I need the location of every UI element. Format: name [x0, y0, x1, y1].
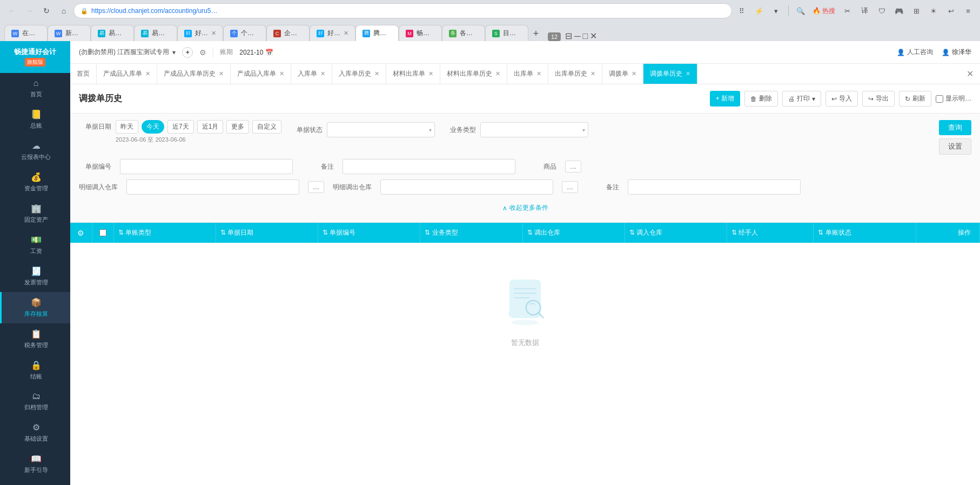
export-button[interactable]: ↪ 导出: [862, 91, 895, 107]
date-btn-1month[interactable]: 近1月: [197, 120, 224, 134]
page-tab-close-cailiao-chuku[interactable]: ✕: [428, 70, 433, 77]
biz-type-select[interactable]: 类型1: [480, 122, 588, 137]
sidebar-item-archives[interactable]: 🗂 归档管理: [0, 386, 70, 417]
page-tab-close-chanpin-history[interactable]: ✕: [219, 70, 224, 77]
page-tab-close-diaobo-history[interactable]: ✕: [686, 70, 690, 77]
forward-button[interactable]: →: [22, 3, 37, 18]
print-button[interactable]: 🖨 打印 ▾: [782, 91, 821, 107]
company-settings-button[interactable]: ⚙: [199, 48, 206, 57]
grid-button[interactable]: ⊞: [909, 3, 924, 18]
user-profile-button[interactable]: 👤 徐泽华: [942, 48, 971, 57]
browser-tab-6[interactable]: 个 个…: [223, 25, 266, 41]
page-tab-close-ruku-history[interactable]: ✕: [374, 70, 379, 77]
page-tab-close-diaobo[interactable]: ✕: [632, 70, 636, 77]
shield-button[interactable]: 🛡: [874, 3, 889, 18]
date-btn-more[interactable]: 更多: [226, 120, 249, 134]
company-selector[interactable]: (勿删勿禁用) 江西服宝测试专用 ▾: [79, 48, 176, 57]
browser-tab-11[interactable]: 各 各…: [442, 25, 485, 41]
page-tab-chanpin-history[interactable]: 产成品入库单历史 ✕: [157, 64, 231, 84]
add-company-button[interactable]: +: [182, 47, 193, 58]
refresh-button[interactable]: ↻: [39, 3, 54, 18]
browser-tab-8[interactable]: 好 好… ✕: [310, 25, 355, 41]
sidebar-item-tax[interactable]: 📋 税务管理: [0, 323, 70, 355]
page-tab-cailiao-chuku[interactable]: 材料出库单 ✕: [386, 64, 440, 84]
show-all-checkbox[interactable]: [936, 95, 943, 103]
th-in-warehouse[interactable]: ⇅ 调入仓库: [625, 223, 727, 243]
customer-service-button[interactable]: 👤 人工咨询: [897, 48, 933, 57]
filter-settings-button[interactable]: 设置: [939, 138, 971, 155]
period-value[interactable]: 2021-10 📅: [239, 49, 273, 56]
page-tab-chanpin-ruku[interactable]: 产成品入库单 ✕: [97, 64, 157, 84]
status-select[interactable]: 草稿 已审核 待审核: [327, 122, 435, 137]
sidebar-item-invoices[interactable]: 🧾 发票管理: [0, 261, 70, 292]
remark-input[interactable]: [343, 159, 515, 174]
undo-button[interactable]: ↩: [943, 3, 958, 18]
sidebar-item-funds[interactable]: 💰 资金管理: [0, 167, 70, 198]
tab-count-badge[interactable]: 12: [548, 32, 561, 41]
delete-button[interactable]: 🗑 删除: [744, 91, 778, 107]
tab-close-8[interactable]: ✕: [344, 30, 348, 37]
page-tab-chuku-history[interactable]: 出库单历史 ✕: [548, 64, 602, 84]
page-tab-close-chanpin-ruku2[interactable]: ✕: [279, 70, 284, 77]
detail-out-picker-button[interactable]: …: [562, 181, 578, 193]
page-tab-close-cailiao-history[interactable]: ✕: [495, 70, 500, 77]
page-tab-close-chuku[interactable]: ✕: [536, 70, 541, 77]
translate-button[interactable]: 译: [857, 3, 872, 18]
minimize-button[interactable]: ─: [574, 31, 580, 41]
remark2-input[interactable]: [628, 180, 801, 195]
browser-tab-1[interactable]: W 在…: [4, 25, 48, 41]
detail-out-input[interactable]: [380, 180, 553, 195]
page-tab-close-chanpin-ruku[interactable]: ✕: [145, 70, 150, 77]
close-window-button[interactable]: ✕: [590, 31, 597, 41]
page-tab-ruku[interactable]: 入库单 ✕: [291, 64, 332, 84]
sidebar-item-inventory[interactable]: 📦 库存核算: [0, 292, 70, 323]
sidebar-item-settings[interactable]: ⚙ 基础设置: [0, 417, 70, 448]
browser-tab-5[interactable]: 好 好… ✕: [177, 25, 223, 41]
th-handler[interactable]: ⇅ 经手人: [727, 223, 814, 243]
sidebar-item-home[interactable]: ⌂ 首页: [0, 73, 70, 104]
page-tab-diaobo[interactable]: 调拨单 ✕: [602, 64, 643, 84]
hot-search[interactable]: 🔥 热搜: [810, 4, 837, 18]
sidebar-item-reports[interactable]: ☁ 云报表中心: [0, 135, 70, 167]
scissors-button[interactable]: ✂: [840, 3, 855, 18]
page-tab-chanpin-ruku2[interactable]: 产成品入库单 ✕: [231, 64, 291, 84]
page-tab-diaobo-history[interactable]: 调拨单历史 ✕: [643, 64, 697, 84]
browser-tab-12[interactable]: S 目…: [485, 25, 528, 41]
date-btn-custom[interactable]: 自定义: [252, 120, 281, 134]
close-all-tabs-button[interactable]: ✕: [960, 69, 980, 79]
tab-list-button[interactable]: ⊟: [565, 31, 572, 41]
page-tab-cailiao-history[interactable]: 材料出库单历史 ✕: [440, 64, 507, 84]
page-tab-close-ruku[interactable]: ✕: [320, 70, 325, 77]
menu-button[interactable]: ≡: [961, 3, 976, 18]
select-all-checkbox[interactable]: [99, 229, 106, 236]
search-button[interactable]: 🔍: [793, 3, 808, 18]
refresh-button-page[interactable]: ↻ 刷新: [899, 91, 931, 107]
sidebar-item-closing[interactable]: 🔒 结账: [0, 355, 70, 386]
date-btn-today[interactable]: 今天: [142, 120, 164, 134]
browser-tab-2[interactable]: W 新…: [48, 25, 91, 41]
sidebar-item-assets[interactable]: 🏢 固定资产: [0, 198, 70, 229]
goods-picker-button[interactable]: …: [565, 161, 581, 172]
date-btn-yesterday[interactable]: 昨天: [116, 120, 138, 134]
browser-tab-7[interactable]: C 企…: [266, 25, 310, 41]
collapse-filter-button[interactable]: ∧ 收起更多条件: [79, 200, 971, 216]
th-biz-type[interactable]: ⇅ 业务类型: [420, 223, 522, 243]
detail-in-input[interactable]: [126, 180, 299, 195]
th-out-warehouse[interactable]: ⇅ 调出仓库: [522, 223, 625, 243]
lightning-button[interactable]: ⚡: [751, 3, 767, 18]
tab-close-5[interactable]: ✕: [211, 30, 216, 37]
sidebar-item-wages[interactable]: 💵 工资: [0, 229, 70, 261]
maximize-button[interactable]: □: [583, 31, 588, 41]
column-settings-icon[interactable]: ⚙: [75, 229, 88, 237]
dropdown-button[interactable]: ▾: [769, 3, 784, 18]
new-button[interactable]: + 新增: [710, 91, 740, 107]
detail-in-picker-button[interactable]: …: [308, 181, 324, 193]
th-checkbox[interactable]: [92, 223, 113, 243]
th-doc-date[interactable]: ⇅ 单据日期: [216, 223, 318, 243]
th-doc-status[interactable]: ⇅ 单账状态: [814, 223, 916, 243]
browser-tab-9[interactable]: 腾 腾…: [355, 25, 399, 41]
th-settings[interactable]: ⚙: [70, 223, 92, 243]
page-tab-home[interactable]: 首页: [70, 64, 97, 84]
sidebar-logo[interactable]: 畅捷通好会计 旗舰版: [0, 41, 70, 73]
browser-tab-4[interactable]: 易 易…: [134, 25, 177, 41]
